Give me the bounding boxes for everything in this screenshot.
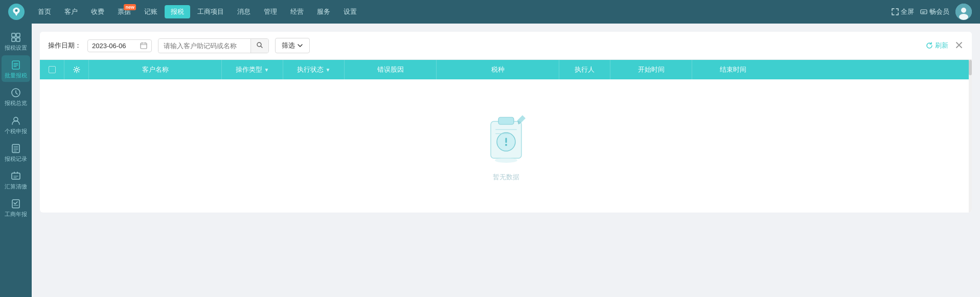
empty-illustration	[481, 110, 532, 166]
fullscreen-label: 全屏	[901, 7, 914, 16]
sidebar-item-tax-summary-label: 报税总览	[5, 100, 27, 107]
svg-point-22	[505, 144, 507, 146]
th-executor-label: 执行人	[575, 65, 595, 74]
th-op-type[interactable]: 操作类型 ▼	[222, 60, 283, 79]
sidebar-item-tax-settings[interactable]: 报税设置	[2, 28, 30, 54]
th-executor: 执行人	[559, 60, 610, 79]
sidebar: 报税设置 批量报税 报税总览	[0, 24, 32, 297]
svg-point-17	[75, 69, 78, 71]
nav-item-settings[interactable]: 设置	[337, 5, 363, 18]
nav-badge-invoice: new	[124, 4, 136, 10]
member-label: 畅会员	[929, 7, 949, 16]
nav-item-manage[interactable]: 管理	[258, 5, 283, 18]
table-header: 客户名称 操作类型 ▼ 执行状态 ▼ 错误股因 税种	[40, 60, 972, 79]
nav-item-tax[interactable]: 报税	[165, 5, 190, 18]
svg-rect-8	[16, 38, 20, 41]
svg-rect-5	[12, 33, 15, 37]
search-button[interactable]	[250, 39, 268, 53]
date-input[interactable]	[92, 42, 138, 50]
svg-point-23	[495, 158, 517, 163]
refresh-button[interactable]: 刷新	[926, 41, 948, 50]
th-exec-status-label: 执行状态	[297, 65, 324, 74]
sidebar-item-tax-settings-label: 报税设置	[5, 45, 27, 51]
sidebar-item-annual-report-label: 工商年报	[5, 211, 27, 218]
search-input[interactable]	[158, 39, 250, 52]
nav-item-business[interactable]: 工商项目	[191, 5, 230, 18]
sidebar-item-tax-record-label: 报税记录	[5, 156, 27, 162]
date-picker[interactable]	[87, 39, 152, 52]
svg-point-0	[15, 9, 18, 12]
filter-label: 筛选	[282, 41, 295, 50]
sidebar-item-batch-tax-label: 批量报税	[5, 72, 27, 79]
refresh-icon	[926, 42, 933, 49]
empty-text: 暂无数据	[493, 173, 519, 182]
main-content: 操作日期：	[32, 24, 980, 297]
sidebar-item-batch-tax[interactable]: 批量报税	[2, 55, 30, 82]
th-tax-type-label: 税种	[491, 65, 505, 74]
layout: 报税设置 批量报税 报税总览	[0, 24, 980, 297]
fullscreen-button[interactable]: 全屏	[892, 7, 914, 16]
nav-item-operation[interactable]: 经营	[284, 5, 310, 18]
sidebar-item-settlement-label: 汇算清缴	[5, 183, 27, 190]
avatar[interactable]	[955, 4, 972, 20]
svg-point-3	[961, 8, 966, 13]
search-wrap	[158, 38, 269, 53]
nav-item-account[interactable]: 记账	[138, 5, 164, 18]
calendar-icon	[140, 42, 147, 49]
th-tax-type: 税种	[437, 60, 559, 79]
nav-item-invoice[interactable]: 票据new	[111, 5, 137, 18]
annual-report-icon	[10, 198, 21, 209]
th-end-time: 结束时间	[692, 60, 774, 79]
date-label: 操作日期：	[48, 41, 81, 50]
th-start-time-label: 开始时间	[638, 65, 665, 74]
toolbar-right: 刷新	[926, 40, 964, 51]
tax-settings-icon	[10, 32, 21, 43]
sidebar-item-personal-tax[interactable]: 个税申报	[2, 111, 30, 138]
filter-button[interactable]: 筛选	[275, 38, 310, 53]
vertical-scrollbar[interactable]	[969, 60, 972, 213]
svg-rect-21	[505, 138, 507, 143]
th-client-name: 客户名称	[89, 60, 222, 79]
th-exec-status[interactable]: 执行状态 ▼	[283, 60, 345, 79]
settlement-icon	[10, 171, 21, 182]
content-card: 操作日期：	[40, 32, 972, 213]
select-all-checkbox[interactable]	[49, 66, 56, 73]
app-logo[interactable]	[8, 4, 25, 20]
nav-item-service[interactable]: 服务	[311, 5, 336, 18]
sidebar-item-personal-tax-label: 个税申报	[5, 128, 27, 135]
batch-tax-icon	[10, 59, 21, 71]
personal-tax-icon	[10, 115, 21, 126]
table: 客户名称 操作类型 ▼ 执行状态 ▼ 错误股因 税种	[40, 60, 972, 213]
svg-rect-6	[16, 33, 20, 37]
settings-icon	[73, 66, 81, 74]
svg-point-4	[959, 14, 968, 20]
th-error-reason: 错误股因	[345, 60, 437, 79]
th-start-time: 开始时间	[610, 60, 692, 79]
chevron-down-icon	[297, 43, 303, 49]
nav-item-message[interactable]: 消息	[231, 5, 257, 18]
nav-menu: 首页客户收费票据new记账报税工商项目消息管理经营服务设置	[32, 5, 363, 18]
nav-item-customer[interactable]: 客户	[58, 5, 84, 18]
toolbar: 操作日期：	[40, 32, 972, 60]
sidebar-item-tax-record[interactable]: 报税记录	[2, 139, 30, 165]
sidebar-item-settlement[interactable]: 汇算清缴	[2, 166, 30, 193]
top-nav: 首页客户收费票据new记账报税工商项目消息管理经营服务设置 全屏 畅会员	[0, 0, 980, 24]
svg-rect-19	[498, 117, 514, 124]
top-nav-right: 全屏 畅会员	[892, 4, 972, 20]
close-button[interactable]	[954, 40, 964, 51]
tax-record-icon	[10, 143, 21, 154]
th-error-reason-label: 错误股因	[377, 65, 404, 74]
close-icon	[954, 40, 964, 50]
sidebar-item-annual-report[interactable]: 工商年报	[2, 194, 30, 221]
sort-icon-op-type: ▼	[264, 67, 269, 73]
th-op-type-label: 操作类型	[236, 65, 262, 74]
sidebar-item-tax-summary[interactable]: 报税总览	[2, 83, 30, 110]
th-checkbox[interactable]	[40, 60, 64, 79]
nav-item-billing[interactable]: 收费	[85, 5, 110, 18]
member-button[interactable]: 畅会员	[920, 7, 949, 16]
nav-item-home[interactable]: 首页	[32, 5, 57, 18]
scrollbar-thumb[interactable]	[969, 60, 972, 75]
svg-rect-12	[12, 144, 19, 153]
tax-summary-icon	[10, 87, 21, 98]
search-icon	[256, 41, 263, 49]
